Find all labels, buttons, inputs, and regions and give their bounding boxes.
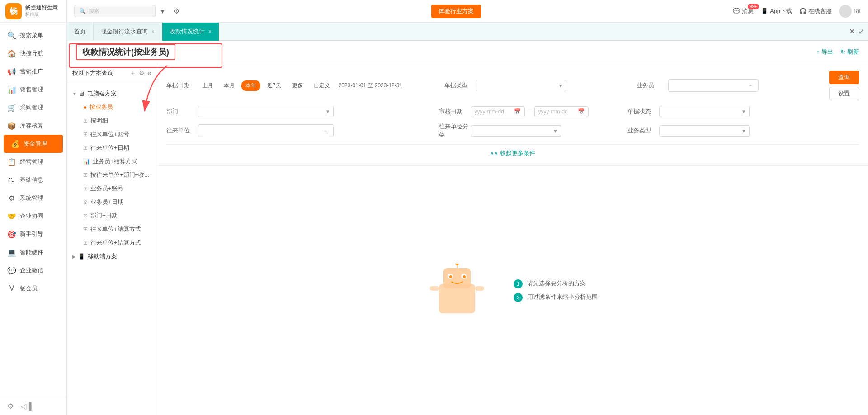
topbar: 🔍 搜索 ▾ ⚙ 体验行业方案 💬 消息 99+ 📱 App下载 🎧 在线客服 … bbox=[67, 0, 868, 23]
sidebar-item-label: 系统管理 bbox=[20, 194, 43, 202]
doc-status-select[interactable]: ▾ bbox=[659, 106, 750, 117]
tree-item-dept-date[interactable]: ⊙ 部门+日期 bbox=[71, 209, 157, 222]
tree-item-salesperson-account[interactable]: ⊞ 业务员+账号 bbox=[71, 182, 157, 195]
review-date-start-input[interactable]: yyyy-mm-dd 📅 bbox=[471, 106, 525, 117]
business-type-select[interactable]: ▾ bbox=[659, 125, 750, 137]
review-date-label: 审核日期 bbox=[439, 108, 471, 116]
online-service-button[interactable]: 🎧 在线客服 bbox=[799, 7, 832, 15]
tab-bank-flow[interactable]: 现金银行流水查询 × bbox=[94, 23, 162, 41]
tree-item-salesperson-date[interactable]: ⊙ 业务员+日期 bbox=[71, 195, 157, 209]
tree-item-partner-date[interactable]: ⊞ 往来单位+日期 bbox=[71, 141, 157, 155]
sidebar-item-guide[interactable]: 🎯 新手引导 bbox=[0, 225, 66, 243]
panel-collapse-icon[interactable]: « bbox=[147, 69, 151, 77]
tab-collection[interactable]: 收款情况统计 × bbox=[162, 23, 219, 41]
sidebar-item-label: 资金管理 bbox=[24, 140, 47, 148]
sidebar-bottom: ⚙ ◁▐ bbox=[0, 397, 66, 415]
tree-item-by-detail[interactable]: ⊞ 按明细 bbox=[71, 114, 157, 127]
review-date-inputs: yyyy-mm-dd 📅 — yyyy-mm-dd 📅 bbox=[471, 106, 589, 117]
tree-item-partner-settle1[interactable]: ⊞ 往来单位+结算方式 bbox=[71, 222, 157, 236]
refresh-button[interactable]: ↻ 刷新 bbox=[840, 48, 859, 56]
tree-item-label: 按明细 bbox=[90, 117, 108, 125]
panel-settings-icon[interactable]: ⚙ bbox=[139, 69, 145, 77]
sidebar-item-search[interactable]: 🔍 搜索菜单 bbox=[0, 26, 66, 44]
review-date-end-input[interactable]: yyyy-mm-dd 📅 bbox=[534, 106, 589, 117]
user-avatar-area[interactable]: Rit bbox=[839, 5, 861, 18]
sidebar-logo: 畅 畅捷通好生意 标准版 bbox=[0, 0, 66, 23]
tree-item-by-salesperson[interactable]: ● 按业务员 bbox=[71, 100, 157, 114]
add-scheme-icon[interactable]: ＋ bbox=[130, 69, 136, 77]
review-date-field: 审核日期 yyyy-mm-dd 📅 — yyyy-mm-dd 📅 bbox=[439, 106, 621, 117]
tab-collection-close-icon[interactable]: × bbox=[208, 28, 212, 35]
salesperson-select[interactable]: ··· bbox=[668, 79, 759, 92]
settings-bottom-icon[interactable]: ⚙ bbox=[7, 402, 14, 410]
app-download-button[interactable]: 📱 App下载 bbox=[761, 7, 792, 15]
sidebar-item-vip[interactable]: V 畅会员 bbox=[0, 279, 66, 297]
settings-button[interactable]: 设置 bbox=[829, 87, 859, 100]
tab-home[interactable]: 首页 bbox=[67, 23, 94, 41]
query-button[interactable]: 查询 bbox=[829, 71, 859, 84]
tree-section-label: 电脑端方案 bbox=[87, 90, 117, 98]
tree-item-partner-settle2[interactable]: ⊞ 往来单位+结算方式 bbox=[71, 236, 157, 250]
partner-category-arrow-icon: ▾ bbox=[554, 127, 557, 134]
desktop-items: ● 按业务员 ⊞ 按明细 ⊞ 往来单位+账号 bbox=[67, 100, 157, 250]
sidebar-item-system[interactable]: ⚙ 系统管理 bbox=[0, 189, 66, 207]
business-type-label: 业务类型 bbox=[627, 127, 659, 135]
tree-item-partner-dept-collect[interactable]: ⊞ 按往来单位+部门+收... bbox=[71, 168, 157, 182]
sidebar-item-label: 搜索菜单 bbox=[20, 31, 43, 39]
date-tab-more[interactable]: 更多 bbox=[288, 80, 307, 91]
robot-illustration bbox=[428, 264, 486, 318]
sidebar-item-hardware[interactable]: 💻 智能硬件 bbox=[0, 243, 66, 261]
tip-text-1: 请先选择要分析的方案 bbox=[527, 279, 586, 288]
svg-rect-7 bbox=[475, 286, 484, 291]
tip-num-2: 2 bbox=[514, 293, 523, 302]
dept-field: 部门 ▾ bbox=[166, 106, 439, 117]
date-tab-last-month[interactable]: 上月 bbox=[198, 80, 217, 91]
close-window-icon[interactable]: ✕ bbox=[849, 27, 855, 36]
doc-status-field: 单据状态 ▾ bbox=[627, 106, 809, 117]
doc-status-arrow-icon: ▾ bbox=[742, 108, 745, 115]
partner-category-select[interactable]: ▾ bbox=[471, 125, 561, 137]
sidebar-item-quick-nav[interactable]: 🏠 快捷导航 bbox=[0, 44, 66, 62]
sidebar-item-label: 畅会员 bbox=[20, 284, 38, 292]
tree-item-label: 往来单位+日期 bbox=[90, 144, 129, 152]
search-box[interactable]: 🔍 搜索 bbox=[74, 5, 156, 17]
partner-select[interactable]: ··· bbox=[198, 124, 334, 137]
partner-more-icon[interactable]: ··· bbox=[321, 127, 330, 135]
sidebar-item-basic[interactable]: 🗂 基础信息 bbox=[0, 171, 66, 189]
trial-button[interactable]: 体验行业方案 bbox=[431, 5, 481, 18]
tree-item-partner-account[interactable]: ⊞ 往来单位+账号 bbox=[71, 127, 157, 141]
date-tab-7days[interactable]: 近7天 bbox=[263, 80, 285, 91]
mobile-section-icon: 📱 bbox=[78, 253, 85, 260]
doc-type-select[interactable]: ▾ bbox=[476, 80, 566, 91]
tree-section-mobile: ▶ 📱 移动端方案 bbox=[67, 250, 157, 263]
tab-bank-flow-close-icon[interactable]: × bbox=[151, 28, 155, 35]
more-options-icon[interactable]: ··· bbox=[746, 81, 755, 90]
tree-item-salesperson-settle[interactable]: 📊 业务员+结算方式 bbox=[71, 155, 157, 168]
messages-button[interactable]: 💬 消息 99+ bbox=[733, 7, 754, 15]
page-title: 收款情况统计(按业务员) bbox=[76, 44, 175, 60]
dropdown-arrow-icon[interactable]: ▾ bbox=[161, 8, 164, 15]
export-button[interactable]: ↑ 导出 bbox=[817, 48, 834, 56]
guide-icon: 🎯 bbox=[7, 230, 16, 239]
sidebar-item-business[interactable]: 📋 经营管理 bbox=[0, 153, 66, 171]
collapse-sidebar-icon[interactable]: ◁▐ bbox=[21, 402, 31, 410]
topbar-settings-icon[interactable]: ⚙ bbox=[173, 7, 179, 15]
sidebar-item-sales[interactable]: 📊 销售管理 bbox=[0, 80, 66, 99]
sidebar-item-warehouse[interactable]: 📦 库存核算 bbox=[0, 117, 66, 135]
sidebar-item-purchase[interactable]: 🛒 采购管理 bbox=[0, 99, 66, 117]
tree-section-mobile-header[interactable]: ▶ 📱 移动端方案 bbox=[67, 250, 157, 263]
sidebar-item-wechat[interactable]: 💬 企业微信 bbox=[0, 261, 66, 279]
date-tab-this-month[interactable]: 本月 bbox=[220, 80, 239, 91]
tree-section-desktop-header[interactable]: ▼ 🖥 电脑端方案 bbox=[67, 87, 157, 100]
calendar-end-icon: 📅 bbox=[578, 108, 585, 115]
maximize-icon[interactable]: ⤢ bbox=[859, 27, 864, 36]
date-tab-custom[interactable]: 自定义 bbox=[310, 80, 334, 91]
sidebar-item-marketing[interactable]: 📢 营销推广 bbox=[0, 62, 66, 80]
sidebar-item-finance[interactable]: 💰 资金管理 bbox=[4, 135, 63, 153]
collapse-more-button[interactable]: ∧∧ 收起更多条件 bbox=[166, 144, 859, 162]
sidebar-item-corp[interactable]: 🤝 企业协同 bbox=[0, 207, 66, 225]
tab-collection-label: 收款情况统计 bbox=[170, 28, 205, 36]
date-tab-this-year[interactable]: 本年 bbox=[241, 80, 260, 91]
svg-point-5 bbox=[463, 275, 466, 278]
dept-select[interactable]: ▾ bbox=[198, 106, 334, 117]
